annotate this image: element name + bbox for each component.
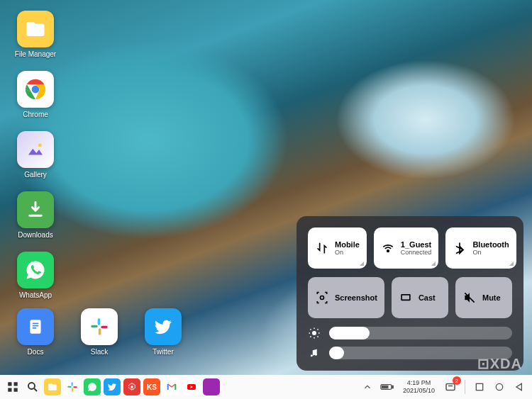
app-slack[interactable]: Slack bbox=[74, 308, 124, 356]
svg-rect-21 bbox=[14, 382, 18, 386]
svg-rect-8 bbox=[98, 318, 101, 325]
svg-point-12 bbox=[387, 250, 389, 252]
svg-point-24 bbox=[28, 383, 35, 389]
clock[interactable]: 4:19 PM 2021/05/10 bbox=[399, 379, 439, 395]
tile-bluetooth[interactable]: BluetoothOn bbox=[445, 227, 516, 269]
brightness-icon bbox=[308, 327, 321, 339]
tile-title: Bluetooth bbox=[472, 240, 509, 249]
screenshot-icon bbox=[315, 291, 329, 305]
volume-fill bbox=[329, 347, 344, 359]
tile-row-top: MobileOn 1_GuestConnected BluetoothOn bbox=[308, 227, 512, 269]
volume-slider[interactable] bbox=[308, 347, 512, 359]
tile-cast[interactable]: Cast bbox=[392, 277, 448, 318]
tile-mobile-data[interactable]: MobileOn bbox=[308, 227, 367, 269]
taskbar-app-twitter[interactable] bbox=[104, 378, 121, 395]
download-icon bbox=[17, 191, 54, 228]
svg-rect-15 bbox=[402, 296, 409, 300]
app-label: Chrome bbox=[23, 111, 48, 118]
svg-point-37 bbox=[496, 383, 502, 390]
date-text: 2021/05/10 bbox=[403, 387, 435, 395]
taskbar-app-gmail[interactable] bbox=[163, 378, 180, 395]
battery-icon[interactable] bbox=[379, 378, 396, 395]
nav-back-button[interactable] bbox=[511, 378, 528, 395]
brightness-slider[interactable] bbox=[308, 327, 512, 339]
app-label: WhatsApp bbox=[19, 291, 52, 299]
app-label: Docs bbox=[28, 348, 44, 356]
taskbar-app-whatsapp[interactable] bbox=[84, 378, 101, 395]
app-twitter[interactable]: Twitter bbox=[138, 308, 188, 356]
expand-tray-button[interactable] bbox=[359, 378, 376, 395]
tile-wifi[interactable]: 1_GuestConnected bbox=[374, 227, 439, 269]
docs-icon bbox=[17, 308, 54, 345]
svg-point-18 bbox=[311, 354, 313, 356]
divider bbox=[465, 380, 465, 394]
tile-sub: On bbox=[472, 249, 509, 256]
svg-rect-10 bbox=[99, 328, 101, 335]
app-drawer-button[interactable] bbox=[4, 378, 21, 395]
svg-rect-29 bbox=[73, 386, 77, 388]
taskbar-app-file-manager[interactable] bbox=[44, 378, 61, 395]
svg-rect-28 bbox=[72, 388, 73, 391]
whatsapp-icon bbox=[17, 252, 54, 288]
app-label: Twitter bbox=[153, 348, 173, 356]
svg-rect-34 bbox=[382, 386, 387, 388]
svg-rect-5 bbox=[33, 323, 39, 325]
search-button[interactable] bbox=[24, 378, 41, 395]
notifications-button[interactable]: 2 bbox=[442, 378, 459, 395]
app-label: Slack bbox=[91, 348, 108, 356]
bluetooth-icon bbox=[453, 241, 467, 255]
svg-point-13 bbox=[321, 296, 324, 300]
svg-point-3 bbox=[38, 143, 42, 147]
tile-title: Cast bbox=[419, 293, 436, 302]
tile-mute[interactable]: Mute bbox=[455, 277, 512, 318]
tile-title: Mute bbox=[482, 293, 501, 302]
svg-rect-11 bbox=[101, 326, 107, 329]
nav-home-button[interactable] bbox=[491, 378, 508, 395]
expand-corner-icon bbox=[431, 262, 436, 266]
expand-corner-icon bbox=[360, 262, 364, 266]
app-gallery[interactable]: Gallery bbox=[11, 131, 60, 179]
notification-badge: 2 bbox=[453, 376, 461, 385]
tile-title: Mobile bbox=[335, 240, 360, 249]
svg-rect-26 bbox=[72, 382, 73, 386]
taskbar-app-slack[interactable] bbox=[64, 378, 81, 395]
app-file-manager[interactable]: File Manager bbox=[11, 11, 60, 58]
app-downloads[interactable]: Downloads bbox=[11, 191, 60, 239]
quick-settings-panel: MobileOn 1_GuestConnected BluetoothOn Sc… bbox=[297, 216, 523, 371]
svg-rect-6 bbox=[33, 325, 39, 327]
taskbar-app-ks[interactable]: KS bbox=[143, 378, 160, 395]
svg-point-19 bbox=[315, 354, 317, 356]
app-whatsapp[interactable]: WhatsApp bbox=[11, 252, 60, 299]
svg-rect-4 bbox=[30, 320, 40, 334]
svg-rect-7 bbox=[33, 327, 36, 329]
svg-point-30 bbox=[131, 386, 133, 388]
taskbar-app-youtube[interactable] bbox=[183, 378, 200, 395]
app-label: File Manager bbox=[15, 50, 56, 58]
taskbar-app-generic[interactable] bbox=[203, 378, 220, 395]
volume-icon bbox=[308, 347, 321, 359]
svg-rect-20 bbox=[8, 382, 11, 386]
slack-icon bbox=[81, 308, 118, 345]
tile-title: Screenshot bbox=[335, 293, 377, 302]
tile-row-bottom: Screenshot Cast Mute bbox=[308, 277, 512, 318]
taskbar: KS 4:19 PM 2021/05/10 2 bbox=[0, 375, 532, 399]
tile-sub: Connected bbox=[401, 249, 432, 256]
brightness-track[interactable] bbox=[329, 327, 512, 339]
svg-rect-27 bbox=[67, 386, 71, 388]
svg-rect-22 bbox=[8, 388, 11, 392]
app-docs[interactable]: Docs bbox=[11, 308, 60, 356]
taskbar-app-settings[interactable] bbox=[123, 378, 140, 395]
app-label: Downloads bbox=[18, 231, 52, 239]
volume-track[interactable] bbox=[329, 347, 512, 359]
desktop-icon-column: File Manager Chrome Gallery Downloads Wh… bbox=[11, 11, 60, 299]
twitter-icon bbox=[145, 308, 182, 345]
svg-rect-9 bbox=[91, 325, 97, 328]
mobile-data-icon bbox=[315, 241, 329, 255]
svg-rect-35 bbox=[446, 384, 455, 390]
wifi-icon bbox=[381, 241, 395, 255]
nav-recents-button[interactable] bbox=[471, 378, 488, 395]
tile-screenshot[interactable]: Screenshot bbox=[308, 277, 384, 318]
cast-icon bbox=[399, 291, 413, 305]
app-chrome[interactable]: Chrome bbox=[11, 71, 60, 118]
mute-icon bbox=[462, 291, 477, 305]
